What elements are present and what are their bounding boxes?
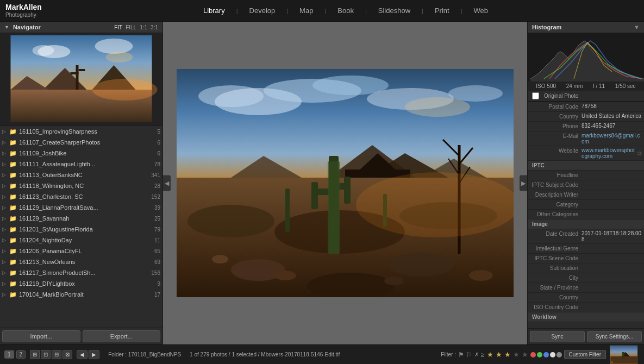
folder-item[interactable]: ▷ 📁 161118_Wilmington, NC 28 [0,180,162,191]
folder-count: 79 [147,227,160,233]
rating-filter-arrow[interactable]: ≥ [481,351,485,359]
next-photo-button[interactable]: ▶ [89,350,99,359]
page-1-button[interactable]: 1 [4,350,14,359]
country-meta-label: Country [530,294,582,300]
city-label: City [530,274,582,281]
date-created-value: 2017-01-18T18:18:28.008 [582,230,642,242]
folder-icon: 📁 [9,291,17,298]
folder-item[interactable]: ▷ 📁 170104_MarkBioPortrait 17 [0,289,162,300]
country-value: United States of America [582,113,642,119]
navigator-controls: FIT FILL 1:1 3:1 [114,24,158,30]
right-sidebar: Histogram ▼ [527,22,644,344]
folder-item[interactable]: ▷ 📁 161219_DIYLightbox 9 [0,278,162,289]
folder-item[interactable]: ▷ 📁 161111_AssateagueLighth... 78 [0,159,162,170]
svg-point-16 [198,85,264,107]
folder-item[interactable]: ▷ 📁 161201_StAugustineFlorida 79 [0,224,162,235]
iptc-subject-label: IPTC Subject Code [530,181,582,188]
reject-filter[interactable]: ✗ [474,352,479,357]
email-value[interactable]: markbowers84@gmail.com [582,133,642,145]
grid-view-button[interactable]: ⊞ [30,350,40,359]
blue-dot[interactable] [543,352,549,357]
folder-arrow: ▷ [2,281,8,286]
export-button[interactable]: Export... [83,330,161,342]
histogram-panel: Histogram ▼ [528,22,644,102]
svg-rect-5 [76,65,79,90]
green-dot[interactable] [537,352,542,357]
folder-name: 161204_NighttoDay [19,237,147,243]
nav-fit[interactable]: FIT [114,24,122,30]
folder-item[interactable]: ▷ 📁 161113_OuterBanksNC 341 [0,170,162,180]
white-dot[interactable] [550,352,555,357]
folder-arrow: ▷ [2,205,8,210]
email-row: E-Mail markbowers84@gmail.com [528,131,644,146]
phone-label: Phone [530,123,582,129]
nav-map[interactable]: Map [296,5,316,16]
custom-filter-button[interactable]: Custom Filter [564,350,606,359]
folder-count: 69 [147,259,160,265]
center-panel: ◀ ▶ [163,22,527,344]
original-photo-checkbox[interactable] [532,92,539,99]
page-2-button[interactable]: 2 [16,350,26,359]
histogram-menu-icon[interactable]: ▼ [634,24,640,30]
gray-dot[interactable] [557,352,562,357]
star-3[interactable]: ★ [504,350,511,359]
top-navigation: MarkAllen Photography Library | Develop … [0,0,644,22]
star-4[interactable]: ★ [513,350,520,359]
nav-items: Library | Develop | Map | Book | Slidesh… [53,5,639,16]
nav-develop[interactable]: Develop [246,5,279,16]
folder-arrow: ▷ [2,194,8,199]
nav-slideshow[interactable]: Slideshow [375,5,414,16]
nav-web[interactable]: Web [470,5,491,16]
folder-item[interactable]: ▷ 📁 161129_Savannah 25 [0,213,162,224]
folder-item[interactable]: ▷ 📁 161123_Charleston, SC 152 [0,191,162,202]
filmstrip-thumbnail[interactable]: 2 [610,346,637,364]
postal-code-row: Postal Code 78758 [528,102,644,112]
nav-fill[interactable]: FILL [126,24,136,30]
nav-book[interactable]: Book [334,5,357,16]
survey-view-button[interactable]: ⊠ [62,350,72,359]
website-link-icon[interactable]: ⧉ [637,150,642,157]
histogram-canvas [528,33,644,81]
red-dot[interactable] [530,352,536,357]
svg-rect-36 [311,182,318,209]
nav-1to1[interactable]: 1:1 [140,24,147,30]
flag-filter[interactable]: ⚑ [458,351,464,359]
star-5[interactable]: ★ [522,350,528,359]
folder-count: 78 [147,161,160,167]
nav-library[interactable]: Library [200,5,228,16]
folder-item[interactable]: ▷ 📁 161109_JoshBike 6 [0,148,162,159]
folder-item[interactable]: ▷ 📁 161217_SimoneProductSh... 156 [0,267,162,278]
compare-view-button[interactable]: ⊟ [52,350,61,359]
star-1[interactable]: ★ [487,350,493,359]
sync-settings-button[interactable]: Sync Settings... [587,331,642,342]
website-label: Website [530,147,582,154]
photo-count: 1 of 279 photos / 1 selected / Mbowers-2… [190,352,436,357]
country-row: Country United States of America [528,112,644,122]
folder-item[interactable]: ▷ 📁 161107_CreateSharperPhotos 6 [0,137,162,148]
folder-item[interactable]: ▷ 📁 161105_ImprovingSharpness 5 [0,126,162,137]
folder-name: 161118_Wilmington, NC [19,183,147,189]
import-button[interactable]: Import... [2,330,80,342]
nav-print[interactable]: Print [432,5,453,16]
sync-button[interactable]: Sync [530,331,585,342]
unflag-filter[interactable]: ⚐ [466,351,472,359]
website-value[interactable]: www.markbowersphotography.com [582,147,636,159]
collapse-right-button[interactable]: ▶ [520,175,527,191]
folder-icon: 📁 [9,259,17,266]
iso-country-label: ISO Country Code [530,304,582,310]
folder-name: 161105_ImprovingSharpness [19,128,147,135]
star-2[interactable]: ★ [496,350,502,359]
folder-item[interactable]: ▷ 📁 161204_NighttoDay 11 [0,235,162,246]
folder-item[interactable]: ▷ 📁 161129_LiannaPortraitSava... 39 [0,202,162,213]
folder-name: 161111_AssateagueLighth... [19,161,147,167]
navigator-collapse-arrow[interactable]: ▼ [4,24,9,30]
folder-item[interactable]: ▷ 📁 161206_PanamaCityFL 65 [0,246,162,256]
folder-item[interactable]: ▷ 📁 161213_NewOrleans 69 [0,256,162,267]
prev-photo-button[interactable]: ◀ [77,350,87,359]
folder-count: 17 [147,292,160,298]
folder-name: 161123_Charleston, SC [19,193,147,200]
loupe-view-button[interactable]: ⊡ [41,350,51,359]
nav-3to1[interactable]: 3:1 [151,24,158,30]
color-dots [530,352,562,357]
collapse-left-button[interactable]: ◀ [163,175,171,191]
